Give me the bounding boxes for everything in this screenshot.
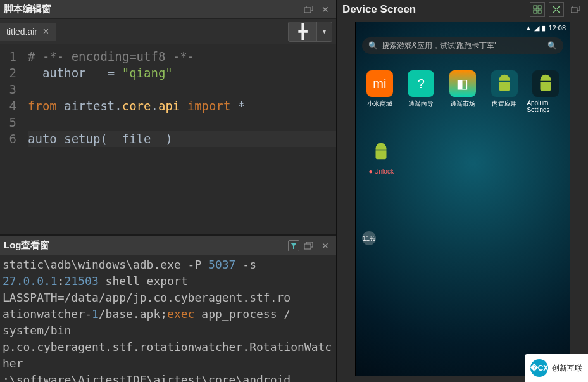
close-icon[interactable]: ✕: [318, 3, 332, 16]
status-time: 12:08: [548, 24, 566, 32]
editor-panel-header: 脚本编辑窗 ✕: [0, 0, 336, 19]
wifi-icon: ▲: [525, 24, 532, 32]
search-go-icon[interactable]: 🔍: [547, 41, 557, 50]
app-unlock[interactable]: ● Unlock: [361, 139, 401, 175]
editor-tab[interactable]: titled.air ✕: [0, 23, 56, 41]
svg-rect-3: [304, 244, 311, 249]
device-tools-icon[interactable]: [549, 2, 564, 17]
app-xiaoyao-guide[interactable]: ? 逍遥向导: [403, 70, 441, 113]
svg-rect-4: [534, 6, 537, 9]
editor-tabbar: titled.air ✕ ╋ ▼: [0, 19, 336, 44]
svg-rect-6: [534, 10, 537, 13]
app-appium-settings[interactable]: Appium Settings: [527, 70, 565, 113]
battery-icon: ▮: [542, 24, 546, 32]
editor-tab-label: titled.air: [6, 27, 37, 37]
app-xiaomi-mall[interactable]: mi 小米商城: [361, 70, 399, 113]
device-panel-header: Device Screen: [337, 0, 588, 19]
svg-rect-9: [571, 8, 577, 13]
svg-rect-5: [538, 6, 541, 9]
log-panel-header: Log查看窗 ✕: [0, 236, 336, 255]
watermark-label: 创新互联: [552, 363, 582, 374]
search-icon: 🔍: [368, 41, 378, 50]
editor-panel-title: 脚本编辑窗: [4, 3, 299, 15]
app-grid-row2: ● Unlock: [356, 113, 570, 175]
device-grid-icon[interactable]: [530, 2, 545, 17]
restore-icon[interactable]: [302, 3, 316, 16]
close-icon[interactable]: ✕: [318, 239, 332, 253]
device-search-bar[interactable]: 🔍 搜索游戏&应用，试试'跑跑卡丁车' 🔍: [362, 37, 563, 54]
app-grid-row1: mi 小米商城 ? 逍遥向导 ◧ 逍遥市场 内置应用 App: [356, 58, 570, 113]
line-gutter: 1 2 3 4 5 6: [0, 44, 23, 234]
restore-icon[interactable]: [302, 239, 316, 253]
app-builtin[interactable]: 内置应用: [485, 70, 523, 113]
svg-rect-1: [304, 8, 311, 13]
watermark: �CX 创新互联: [525, 354, 588, 382]
tab-close-icon[interactable]: ✕: [42, 27, 49, 36]
status-bar: ▲ ◢ ▮ 12:08: [356, 22, 570, 34]
code-editor[interactable]: 1 2 3 4 5 6 # -*- encoding=utf8 -*- __au…: [0, 44, 336, 234]
floating-badge[interactable]: 11%: [362, 231, 376, 245]
log-filter-icon[interactable]: [288, 240, 299, 251]
new-tab-button[interactable]: ╋: [289, 22, 316, 41]
log-panel-title: Log查看窗: [4, 239, 285, 251]
restore-icon[interactable]: [568, 2, 583, 17]
log-output[interactable]: static\adb\windows\adb.exe -P 5037 -s 27…: [0, 255, 336, 382]
app-xiaoyao-market[interactable]: ◧ 逍遥市场: [444, 70, 482, 113]
new-tab-dropdown-icon[interactable]: ▼: [316, 22, 332, 41]
code-body[interactable]: # -*- encoding=utf8 -*- __author__ = "qi…: [23, 44, 336, 234]
signal-icon: ◢: [534, 24, 539, 32]
device-panel-title: Device Screen: [342, 3, 526, 16]
svg-rect-7: [538, 10, 541, 13]
device-screen[interactable]: ▲ ◢ ▮ 12:08 🔍 搜索游戏&应用，试试'跑跑卡丁车' 🔍 mi 小米商…: [355, 22, 570, 376]
search-placeholder: 搜索游戏&应用，试试'跑跑卡丁车': [382, 41, 496, 51]
watermark-logo-icon: �CX: [530, 359, 548, 377]
